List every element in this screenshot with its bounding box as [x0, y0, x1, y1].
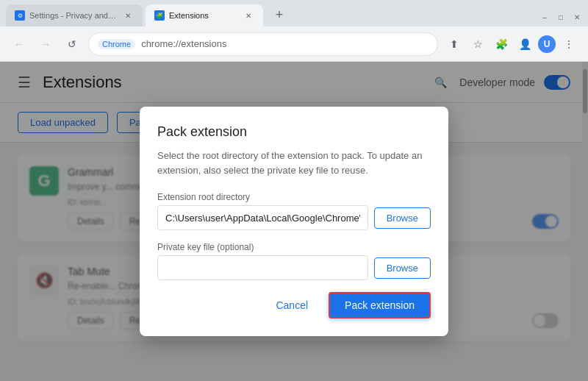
pack-extension-dialog: Pack extension Select the root directory… [140, 107, 448, 336]
key-file-input-row: Browse [157, 255, 431, 280]
page-content: ☰ Extensions 🔍 Developer mode Load unpac… [0, 62, 588, 381]
settings-tab-label: Settings - Privacy and security [29, 11, 118, 20]
share-icon[interactable]: ⬆ [444, 34, 465, 54]
settings-tab-close[interactable]: ✕ [122, 10, 134, 21]
user-avatar[interactable]: U [538, 35, 556, 53]
dialog-title: Pack extension [157, 124, 431, 140]
modal-backdrop: Pack extension Select the root directory… [0, 62, 588, 381]
extensions-icon[interactable]: 🧩 [491, 34, 512, 54]
close-button[interactable]: ✕ [572, 12, 582, 22]
settings-tab-favicon: ⚙ [15, 10, 25, 21]
forward-button[interactable]: → [35, 34, 56, 54]
url-bar[interactable]: Chrome chrome://extensions [88, 32, 438, 56]
reload-button[interactable]: ↺ [62, 34, 82, 54]
root-dir-input-row: Browse [157, 205, 431, 230]
menu-dots-icon[interactable]: ⋮ [559, 34, 579, 54]
pack-extension-confirm-button[interactable]: Pack extension [329, 292, 431, 318]
url-badge: Chrome [98, 39, 135, 49]
key-file-group: Private key file (optional) Browse [157, 242, 431, 280]
back-button[interactable]: ← [9, 34, 29, 54]
key-file-browse-button[interactable]: Browse [374, 257, 431, 279]
new-tab-button[interactable]: + [269, 4, 290, 25]
bookmark-icon[interactable]: ☆ [467, 34, 488, 54]
key-file-input[interactable] [157, 255, 368, 280]
root-dir-input[interactable] [157, 205, 368, 230]
root-dir-group: Extension root directory Browse [157, 192, 431, 230]
extensions-tab[interactable]: 🧩 Extensions ✕ [146, 4, 263, 26]
address-actions: ⬆ ☆ 🧩 👤 U ⋮ [444, 34, 579, 54]
dialog-description: Select the root directory of the extensi… [157, 149, 431, 177]
settings-tab[interactable]: ⚙ Settings - Privacy and security ✕ [6, 4, 143, 26]
minimize-button[interactable]: – [539, 12, 550, 22]
extensions-tab-favicon: 🧩 [154, 10, 165, 21]
extensions-tab-label: Extensions [169, 11, 209, 20]
root-dir-label: Extension root directory [157, 192, 431, 202]
root-dir-browse-button[interactable]: Browse [374, 207, 431, 229]
key-file-label: Private key file (optional) [157, 242, 431, 252]
address-bar: ← → ↺ Chrome chrome://extensions ⬆ ☆ 🧩 👤… [0, 26, 588, 62]
cancel-button[interactable]: Cancel [264, 292, 320, 318]
extensions-tab-close[interactable]: ✕ [243, 10, 254, 21]
dialog-actions: Cancel Pack extension [157, 292, 431, 318]
url-text: chrome://extensions [141, 38, 226, 49]
title-bar: ⚙ Settings - Privacy and security ✕ 🧩 Ex… [0, 0, 588, 26]
window-controls: – □ ✕ [539, 12, 582, 22]
browser-frame: ⚙ Settings - Privacy and security ✕ 🧩 Ex… [0, 0, 588, 381]
maximize-button[interactable]: □ [556, 12, 566, 22]
profile-icon[interactable]: 👤 [514, 34, 535, 54]
